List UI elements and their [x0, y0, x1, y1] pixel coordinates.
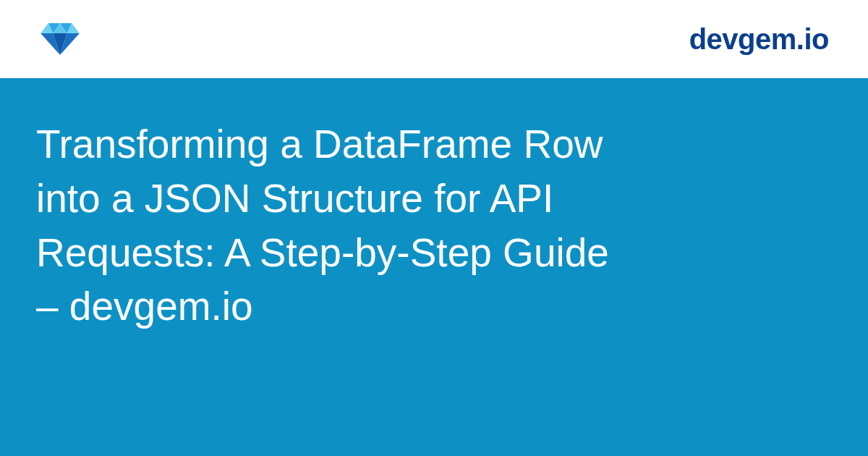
header: devgem.io — [0, 0, 868, 78]
gem-icon — [41, 23, 80, 55]
brand-name: devgem.io — [689, 23, 829, 56]
og-card: devgem.io Transforming a DataFrame Row i… — [0, 0, 868, 456]
hero: Transforming a DataFrame Row into a JSON… — [0, 78, 868, 456]
page-title: Transforming a DataFrame Row into a JSON… — [36, 117, 629, 334]
logo — [41, 23, 80, 55]
